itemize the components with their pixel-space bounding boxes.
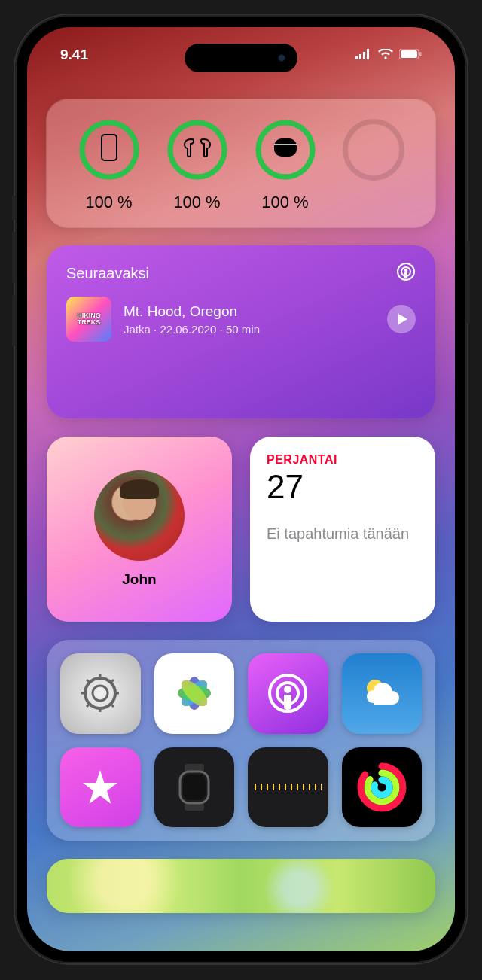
home-screen[interactable]: 9.41 [27,27,455,951]
svg-point-39 [284,686,291,693]
svg-point-18 [404,269,407,272]
watch-app-icon[interactable] [154,747,235,828]
svg-rect-6 [419,52,422,56]
svg-line-27 [110,680,114,683]
podcast-episode-title: Mt. Hood, Oregon [124,303,375,320]
svg-point-11 [170,123,224,177]
cellular-icon [355,47,372,63]
calendar-date: 27 [267,468,419,506]
svg-point-47 [374,780,389,795]
play-button[interactable] [387,305,416,333]
side-buttons-left [12,196,15,358]
podcast-episode-meta: Jatka · 22.06.2020 · 50 min [124,323,375,336]
itunes-store-app-icon[interactable] [60,747,141,828]
podcasts-app-icon[interactable] [248,653,328,734]
battery-icon [399,47,422,63]
status-time: 9.41 [60,47,88,63]
battery-ring-icon [166,119,228,181]
battery-percent: 100 % [173,193,220,212]
svg-line-28 [87,703,90,707]
battery-item-phone: 100 % [65,119,153,212]
wifi-icon [378,47,393,63]
contact-name: John [122,571,156,588]
app-library-block[interactable] [47,640,435,841]
svg-rect-5 [401,50,417,58]
battery-ring-icon [78,119,140,181]
battery-item-empty [329,119,417,212]
svg-line-25 [87,680,90,683]
calendar-widget[interactable]: PERJANTAI 27 Ei tapahtumia tänään [250,437,435,622]
dynamic-island [185,44,297,72]
contact-avatar [94,470,185,561]
play-icon [398,314,407,324]
svg-rect-3 [367,49,369,59]
svg-rect-44 [183,775,206,800]
battery-ring-empty-icon [343,119,404,181]
podcasts-app-icon [396,262,416,285]
contact-widget[interactable]: John [47,437,232,622]
battery-item-airpods: 100 % [153,119,241,212]
calendar-day-label: PERJANTAI [267,453,419,467]
calendar-events-text: Ei tapahtumia tänään [267,524,419,544]
podcast-header-label: Seuraavaksi [66,265,149,282]
side-buttons-right [467,241,470,324]
batteries-widget[interactable]: 100 % 100 % [47,99,435,227]
phone-frame: 9.41 [15,15,467,963]
photos-app-icon[interactable] [154,653,235,734]
svg-rect-0 [355,56,358,59]
weather-app-icon[interactable] [342,653,423,734]
podcast-artwork: HIKING TREKS [66,297,111,342]
battery-ring-icon [255,119,316,181]
svg-line-26 [110,703,114,707]
svg-point-13 [258,123,313,177]
svg-point-20 [93,686,108,701]
maps-widget[interactable] [47,859,435,913]
battery-item-case: 100 % [241,119,329,212]
measure-app-icon[interactable] [248,747,328,828]
podcasts-widget[interactable]: Seuraavaksi HIKING TREKS Mt. Hood, Orego… [47,245,435,418]
svg-rect-1 [359,54,362,59]
battery-percent: 100 % [261,193,308,212]
svg-point-8 [82,123,136,177]
battery-percent: 100 % [85,193,132,212]
front-camera-icon [278,54,285,62]
fitness-app-icon[interactable] [342,747,423,828]
settings-app-icon[interactable] [60,653,141,734]
svg-rect-2 [363,52,365,59]
